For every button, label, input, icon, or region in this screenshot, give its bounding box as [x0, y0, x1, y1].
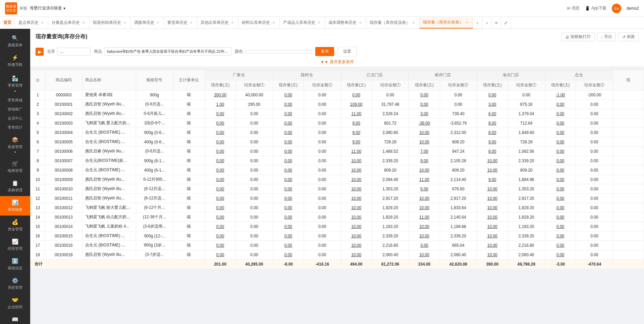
- cell-lc-qty[interactable]: 0.00: [273, 241, 304, 250]
- expand-conditions-btn[interactable]: ▼▼ 展开更多条件: [320, 59, 354, 65]
- tab-cost-adjust[interactable]: 成本调整单历史 ×: [325, 17, 366, 29]
- tab-close-inventory-check[interactable]: ×: [40, 20, 45, 25]
- cell-fac-qty[interactable]: 0.00: [205, 109, 235, 119]
- cell-jb-qty[interactable]: 9.00: [341, 119, 372, 128]
- sidebar-item-search[interactable]: 🔍 搜索英单: [0, 32, 30, 51]
- cell-lc-qty[interactable]: 0.00: [273, 203, 304, 213]
- cell-na-qty[interactable]: 3.00: [409, 241, 440, 250]
- cell-na-qty[interactable]: 5.00: [409, 184, 440, 194]
- cell-fac-qty[interactable]: 0.00: [205, 137, 235, 147]
- cell-total-qty[interactable]: 0.00: [545, 109, 576, 119]
- cell-jb-qty[interactable]: 10.00: [341, 175, 372, 184]
- cell-fac-qty[interactable]: 0.00: [205, 241, 235, 250]
- sidebar-item-ecommerce[interactable]: 🛒 电商管理: [0, 157, 30, 177]
- cell-yb-qty[interactable]: 10.00: [477, 203, 508, 213]
- cell-yb-qty[interactable]: 10.00: [477, 156, 508, 166]
- sidebar-item-purchase[interactable]: 📋 采购管理: [0, 177, 30, 196]
- setting-button[interactable]: 设置: [337, 47, 357, 56]
- cell-jb-qty[interactable]: 109.00: [341, 100, 372, 109]
- goods-input[interactable]: babycare孕妇待产包 春季入院全套母子组合孕妇产后冬季月子用品 22件套 …: [104, 47, 231, 56]
- cell-jb-qty[interactable]: 10.00: [341, 203, 372, 213]
- cell-yb-qty[interactable]: 8.00: [477, 119, 508, 128]
- cell-total-qty[interactable]: 0.00: [545, 184, 576, 194]
- cell-total-qty[interactable]: -1.00: [545, 90, 576, 100]
- tab-stock-status[interactable]: 现存量（库存状况表） ×: [366, 17, 420, 29]
- cell-fac-qty[interactable]: 0.00: [205, 222, 235, 231]
- sidebar-item-nav[interactable]: ⚡ 快捷导航: [0, 51, 30, 71]
- tab-close-stock-status[interactable]: ×: [411, 20, 416, 25]
- company-selector[interactable]: 母婴行业演示陈套 ▾: [30, 5, 65, 11]
- cell-fac-qty[interactable]: 0.00: [205, 128, 235, 137]
- cell-jb-qty[interactable]: 10.00: [341, 184, 372, 194]
- cell-jb-qty[interactable]: 9.00: [341, 128, 372, 137]
- cell-lc-qty[interactable]: 0.00: [273, 90, 304, 100]
- cell-total-qty[interactable]: 0.00: [545, 222, 576, 231]
- cell-yb-qty[interactable]: 9.00: [477, 137, 508, 147]
- th-settings[interactable]: ⚙: [31, 70, 45, 90]
- tab-prev-btn[interactable]: ‹: [473, 17, 482, 29]
- cell-total-qty[interactable]: 0.00: [545, 175, 576, 184]
- cell-lc-qty[interactable]: 0.00: [273, 128, 304, 137]
- filter-expand-btn[interactable]: ▶: [36, 48, 44, 56]
- cell-total-qty[interactable]: 0.00: [545, 119, 576, 128]
- cell-lc-qty[interactable]: 0.00: [273, 175, 304, 184]
- tab-product-in[interactable]: 产成品入库单历史 ×: [280, 17, 325, 29]
- cell-na-qty[interactable]: 0.00: [409, 90, 440, 100]
- cell-fac-qty[interactable]: 0.00: [205, 175, 235, 184]
- print-button[interactable]: 🖨 按模板打印: [561, 32, 594, 41]
- cell-na-qty[interactable]: 10.00: [409, 128, 440, 137]
- cell-total-qty[interactable]: 0.00: [545, 137, 576, 147]
- tab-close-transfer[interactable]: ×: [156, 20, 160, 25]
- cell-fac-qty[interactable]: 0.00: [205, 203, 235, 213]
- cell-lc-qty[interactable]: 0.00: [273, 147, 304, 156]
- cell-na-qty[interactable]: 10.00: [409, 137, 440, 147]
- cell-yb-qty[interactable]: 8.00: [477, 147, 508, 156]
- tab-close-other-out[interactable]: ×: [230, 20, 235, 25]
- cell-yb-qty[interactable]: 3.00: [477, 100, 508, 109]
- sidebar-item-inventory[interactable]: 📊 库存核算: [0, 196, 30, 216]
- sidebar-item-finance[interactable]: 💰 资金管理: [0, 216, 30, 235]
- cell-jb-qty[interactable]: 10.00: [341, 222, 372, 231]
- cell-lc-qty[interactable]: 0.00: [273, 119, 304, 128]
- cell-na-qty[interactable]: 11.00: [409, 175, 440, 184]
- cell-na-qty[interactable]: 10.00: [409, 194, 440, 203]
- tab-transfer[interactable]: 调拨单历史 ×: [131, 17, 164, 29]
- cell-yb-qty[interactable]: 10.00: [477, 231, 508, 241]
- cell-fac-qty[interactable]: 0.00: [205, 250, 235, 260]
- tab-close-sub-inventory[interactable]: ×: [81, 20, 86, 25]
- cell-yb-qty[interactable]: 10.00: [477, 250, 508, 260]
- cell-fac-qty[interactable]: 0.00: [205, 194, 235, 203]
- cell-total-qty[interactable]: 0.00: [545, 241, 576, 250]
- cell-lc-qty[interactable]: 0.00: [273, 166, 304, 175]
- cell-fac-qty[interactable]: 0.00: [205, 119, 235, 128]
- cell-jb-qty[interactable]: 10.00: [341, 241, 372, 250]
- app-download-btn[interactable]: 📱 App下载: [585, 5, 606, 11]
- tab-close-order[interactable]: ×: [189, 20, 194, 25]
- user-avatar[interactable]: Ea: [612, 4, 621, 13]
- cell-na-qty[interactable]: 7.00: [409, 147, 440, 156]
- cell-na-qty[interactable]: 10.00: [409, 250, 440, 260]
- refresh-button[interactable]: ↺ 刷新: [619, 32, 639, 41]
- cell-lc-qty[interactable]: 0.00: [273, 222, 304, 231]
- tab-home[interactable]: 首页: [0, 17, 15, 29]
- cell-jb-qty[interactable]: 10.00: [341, 250, 372, 260]
- tab-expand-btn[interactable]: ⤢: [501, 17, 511, 29]
- cell-total-qty[interactable]: 0.00: [545, 250, 576, 260]
- cell-yb-qty[interactable]: 10.00: [477, 184, 508, 194]
- cell-jb-qty[interactable]: 10.00: [341, 231, 372, 241]
- cell-total-qty[interactable]: 0.00: [545, 156, 576, 166]
- export-button[interactable]: ↓ 导出: [597, 32, 616, 41]
- cell-yb-qty[interactable]: 0.00: [477, 90, 508, 100]
- tab-stock-dist[interactable]: 现存量（库存分布表） ×: [420, 17, 473, 29]
- cell-fac-qty[interactable]: 0.00: [205, 147, 235, 156]
- sidebar-item-system[interactable]: ⚙️ 系统管理: [0, 274, 30, 293]
- cell-fac-qty[interactable]: 0.00: [205, 213, 235, 222]
- cell-jb-qty[interactable]: 11.00: [341, 147, 372, 156]
- tab-inventory-check[interactable]: 盘点单历史 ×: [15, 17, 48, 29]
- message-btn[interactable]: ✉ 消息: [567, 5, 580, 11]
- tab-close-cost-adjust[interactable]: ×: [358, 20, 363, 25]
- cell-lc-qty[interactable]: 0.00: [273, 250, 304, 260]
- tab-sub-inventory[interactable]: 分量盘点单历史 ×: [48, 17, 90, 29]
- cell-jb-qty[interactable]: 9.00: [341, 137, 372, 147]
- cell-fac-qty[interactable]: 0.00: [205, 231, 235, 241]
